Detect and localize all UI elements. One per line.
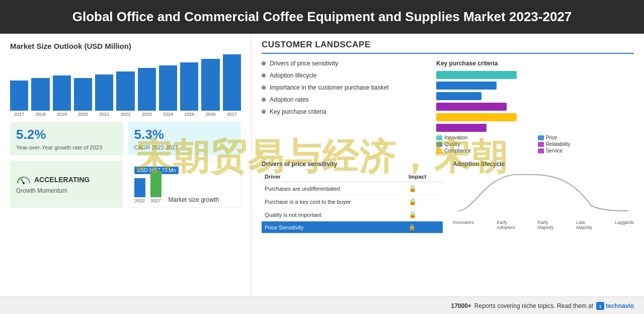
bar-2026: 2026 — [201, 59, 219, 117]
kpc-bar-relatability — [436, 103, 634, 111]
cl-dot-4 — [262, 98, 266, 102]
price-sensitivity-lock: 🔒 — [406, 221, 443, 233]
accelerating-sub: Growth Momentum — [16, 187, 117, 194]
drivers-section: Drivers of price sensitivity Driver Impa… — [262, 161, 443, 233]
bar-2021: 2021 — [95, 74, 113, 117]
cagr-label: CAGR 2022-2027 — [134, 144, 235, 150]
chart-title: Market Size Outlook (USD Million) — [10, 42, 241, 50]
footer-reports-label: Reports covering niche topics. Read them… — [474, 302, 593, 309]
speedometer-icon — [16, 174, 31, 185]
metrics-row: 5.2% Year-over-Year growth rate of 2023 … — [10, 122, 241, 155]
driver-lock-1: 🔒 — [406, 182, 443, 195]
driver-row-1: Purchases are undifferentiated 🔒 — [262, 182, 443, 195]
bar-2023: 2023 — [138, 68, 156, 117]
bar-2024: 2024 — [159, 65, 177, 117]
svg-text:t: t — [599, 304, 601, 309]
yoy-label: Year-over-Year growth rate of 2023 — [16, 144, 117, 150]
header-title: Global Office and Commercial Coffee Equi… — [72, 9, 572, 24]
driver-text-3: Quality is not important — [262, 208, 406, 221]
yoy-metric: 5.2% Year-over-Year growth rate of 2023 — [10, 122, 123, 155]
bar-2019: 2019 — [53, 75, 71, 117]
technavio-brand: technavio — [606, 302, 634, 309]
bar-2027: 2027 — [223, 54, 241, 117]
driver-row-2: Purchase is a key cost to the buyer 🔒 — [262, 195, 443, 208]
kpc-title: Key purchase criteria — [436, 60, 634, 67]
kpc-section: Key purchase criteria — [436, 60, 634, 153]
drivers-title: Drivers of price sensitivity — [262, 161, 443, 168]
col-driver: Driver — [262, 172, 406, 182]
cl-dot-2 — [262, 73, 266, 77]
kpc-bar-compliance — [436, 113, 634, 121]
bar-2025: 2025 — [180, 62, 198, 117]
customer-landscape-title: CUSTOMER LANDSCAPE — [262, 40, 634, 54]
footer-reports-count: 17000+ — [451, 302, 471, 309]
col-impact: Impact — [406, 172, 443, 182]
driver-lock-3: 🔒 — [406, 208, 443, 221]
kpc-bar-price — [436, 82, 634, 90]
kpc-bar-innovation — [436, 71, 634, 79]
legend-service: Service — [538, 148, 634, 153]
cl-list: Drivers of price sensitivity Adoption li… — [262, 60, 426, 153]
svg-line-1 — [21, 179, 24, 183]
page-header: Global Office and Commercial Coffee Equi… — [0, 0, 644, 34]
cagr-value: 5.3% — [134, 127, 235, 142]
technavio-logo: t technavio — [596, 302, 634, 310]
drivers-table: Driver Impact Purchases are undifferenti… — [262, 172, 443, 233]
price-sensitivity-row: Price Sensitivity 🔒 — [262, 221, 443, 233]
right-panel: CUSTOMER LANDSCAPE Drivers of price sens… — [252, 34, 644, 296]
bar-2017: 2017 — [10, 81, 28, 117]
legend-innovation: Innovation — [436, 135, 532, 140]
driver-text-1: Purchases are undifferentiated — [262, 182, 406, 195]
cl-dot-1 — [262, 61, 266, 65]
kpc-bar-quality — [436, 92, 634, 100]
yoy-value: 5.2% — [16, 127, 117, 142]
footer: 17000+ Reports covering niche topics. Re… — [0, 296, 644, 314]
market-size-box: USD 5857.73 Mn 2022 2027 — [128, 161, 242, 208]
legend-quality: Quality — [436, 141, 532, 147]
kpc-legend: Innovation Price Quality Relatabili — [436, 135, 634, 153]
adoption-title: Adoption lifecycle — [453, 161, 634, 168]
bar-2022: 2022 — [116, 71, 134, 117]
bar-2018: 2018 — [31, 78, 49, 117]
cl-item-4: Adoption rates — [262, 96, 426, 103]
legend-compliance: Compliance — [436, 148, 532, 153]
bottom-metrics: ACCELERATING Growth Momentum USD 5857.73… — [10, 161, 241, 208]
cl-item-3: Importance in the customer purchase bask… — [262, 84, 426, 91]
cl-item-2: Adoption lifecycle — [262, 72, 426, 79]
adoption-labels: Innovators EarlyAdopters EarlyMajority L… — [453, 220, 634, 230]
driver-text-2: Purchase is a key cost to the buyer — [262, 195, 406, 208]
technavio-icon: t — [596, 302, 604, 310]
accelerating-title: ACCELERATING — [16, 174, 117, 185]
left-panel: Market Size Outlook (USD Million) 2017 2… — [0, 34, 252, 296]
legend-relatability: Relatability — [538, 141, 634, 147]
cl-top: Drivers of price sensitivity Adoption li… — [262, 60, 634, 153]
market-bar-chart: 2017 2018 2019 2020 2021 — [10, 56, 241, 117]
adoption-chart: Innovators EarlyAdopters EarlyMajority L… — [453, 171, 634, 221]
accelerating-box: ACCELERATING Growth Momentum — [10, 161, 123, 208]
cl-item-1: Drivers of price sensitivity — [262, 60, 426, 67]
legend-price: Price — [538, 135, 634, 140]
cl-bottom: Drivers of price sensitivity Driver Impa… — [262, 161, 634, 233]
price-sensitivity-label: Price Sensitivity — [262, 221, 406, 233]
cl-dot-5 — [262, 110, 266, 114]
kpc-bar-service — [436, 124, 634, 132]
driver-lock-2: 🔒 — [406, 195, 443, 208]
cl-dot-3 — [262, 86, 266, 90]
adoption-section: Adoption lifecycle Innovators EarlyAdopt… — [453, 161, 634, 233]
cl-item-5: Key purchase criteria — [262, 108, 426, 115]
driver-row-3: Quality is not important 🔒 — [262, 208, 443, 221]
cagr-metric: 5.3% CAGR 2022-2027 — [128, 122, 242, 155]
market-size-label: Market size growth — [169, 196, 219, 203]
bar-2020: 2020 — [74, 78, 92, 117]
